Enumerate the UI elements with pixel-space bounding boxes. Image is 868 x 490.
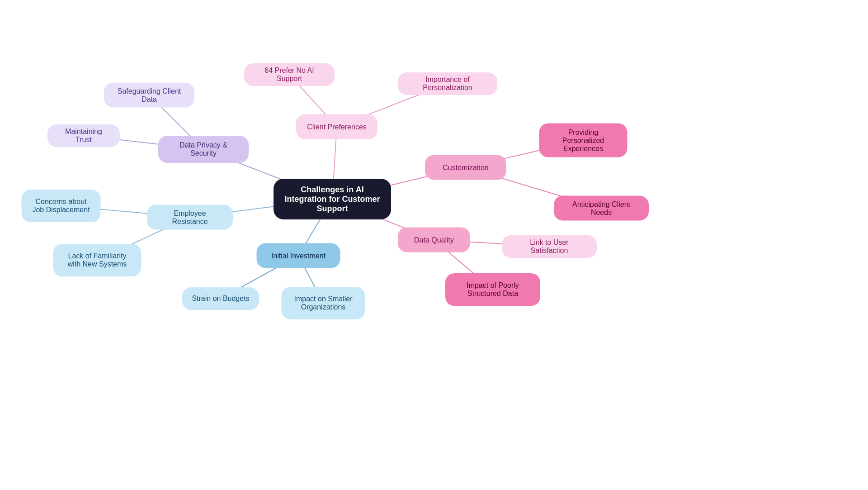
node-prefer-no-ai: 64 Prefer No AI Support <box>244 63 335 86</box>
node-data-privacy: Data Privacy & Security <box>158 136 249 163</box>
mind-map: Challenges in AI Integration for Custome… <box>0 0 868 490</box>
node-impact-smaller: Impact on Smaller Organizations <box>282 287 365 319</box>
node-data-quality: Data Quality <box>398 228 470 252</box>
node-customization: Customization <box>425 155 506 180</box>
node-client-preferences: Client Preferences <box>296 114 377 139</box>
node-anticipating-client: Anticipating Client Needs <box>554 196 649 221</box>
center-node: Challenges in AI Integration for Custome… <box>274 179 391 219</box>
node-strain-budgets: Strain on Budgets <box>182 287 259 310</box>
node-initial-investment: Initial Investment <box>257 243 340 268</box>
node-link-user-satisfaction: Link to User Satisfaction <box>502 235 597 258</box>
node-concerns-job: Concerns about Job Displacement <box>22 190 101 222</box>
node-importance-personalization: Importance of Personalization <box>398 72 497 95</box>
node-maintaining-trust: Maintaining Trust <box>47 124 120 147</box>
node-employee-resistance: Employee Resistance <box>147 205 233 230</box>
node-impact-poorly-structured: Impact of Poorly Structured Data <box>445 273 540 306</box>
node-safeguarding: Safeguarding Client Data <box>104 83 194 108</box>
node-lack-familiarity: Lack of Familiarity with New Systems <box>53 244 142 276</box>
node-providing-personalized: Providing Personalized Experiences <box>539 124 627 157</box>
